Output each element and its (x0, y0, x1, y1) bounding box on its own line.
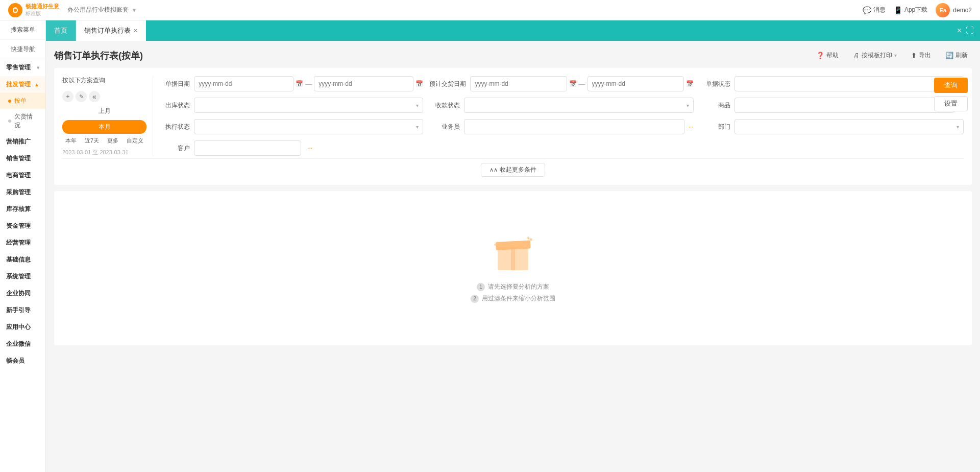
tab-sales-exec[interactable]: 销售订单执行表 × (76, 20, 146, 41)
hint-num-2: 2 (471, 295, 479, 303)
svg-point-4 (530, 239, 532, 241)
empty-hint-1: 1 请先选择要分析的方案 (477, 282, 549, 291)
filter-row-2: 出库状态 ▾ 收款状态 (159, 98, 964, 113)
scheme-btn-更多[interactable]: 更多 (104, 136, 121, 146)
query-button[interactable]: 查询 (934, 78, 968, 93)
sidebar-item-search[interactable]: 搜索菜单 (0, 20, 45, 40)
tab-close-icon[interactable]: × (134, 27, 137, 34)
exec-status-select[interactable]: ▾ (194, 119, 423, 134)
tab-window-close-btn[interactable]: × (957, 26, 962, 35)
scheme-btn-上月[interactable]: 上月 (62, 104, 146, 118)
sidebar-item-ecommerce[interactable]: 电商管理 (0, 167, 45, 184)
sidebar-item-ops[interactable]: 经营管理 (0, 234, 45, 251)
sidebar-newbie-label: 新手引导 (6, 306, 31, 315)
sidebar-basics-label: 基础信息 (6, 255, 31, 264)
salesperson-input[interactable] (464, 119, 684, 134)
filter-field-payment-status: 收款状态 ▾ (429, 98, 693, 113)
sidebar-item-purchase[interactable]: 采购管理 (0, 184, 45, 201)
help-button[interactable]: ❓ 帮助 (812, 49, 843, 62)
sidebar-item-basics[interactable]: 基础信息 (0, 251, 45, 268)
active-dot (8, 100, 11, 103)
sidebar-sub-item-欠货情况[interactable]: 欠货情况 (0, 109, 45, 133)
expected-cal-to: 📅 (686, 80, 694, 87)
dept-label: 部门 (700, 123, 730, 131)
inactive-dot (8, 120, 11, 123)
sidebar-item-finance[interactable]: 资金管理 (0, 218, 45, 234)
user-area[interactable]: Ea demo2 (936, 3, 972, 17)
sidebar-item-system[interactable]: 系统管理 (0, 268, 45, 285)
tab-bar: 首页 销售订单执行表 × × ⛶ (46, 20, 980, 41)
scheme-actions: + ✎ « (62, 91, 146, 102)
app-download-button[interactable]: 📱 App下载 (894, 6, 927, 14)
page-content: 销售订单执行表(按单) ❓ 帮助 🖨 按模板打印 ▾ ⬆ (46, 41, 980, 353)
customer-input[interactable] (194, 140, 301, 156)
print-dropdown-icon: ▾ (894, 53, 897, 58)
sidebar-sub-欠货: 欠货情况 (14, 112, 37, 130)
page-actions: ❓ 帮助 🖨 按模板打印 ▾ ⬆ 导出 🔄 (812, 49, 972, 62)
payment-status-select[interactable]: ▾ (464, 98, 693, 113)
sidebar-item-quicknav[interactable]: 快捷导航 (0, 40, 45, 59)
scheme-btn-自定义[interactable]: 自定义 (124, 136, 146, 146)
customer-more-icon[interactable]: ··· (307, 145, 312, 152)
sidebar-item-corp-wx[interactable]: 企业微信 (0, 336, 45, 352)
out-status-select[interactable]: ▾ (194, 98, 423, 113)
salesperson-more-icon[interactable]: ··· (689, 123, 694, 130)
exec-status-arrow: ▾ (416, 124, 419, 130)
sidebar-inventory-label: 库存核算 (6, 205, 31, 214)
expected-date-from[interactable] (470, 76, 567, 91)
date-from-input[interactable] (194, 76, 293, 91)
collapse-more-area: ∧∧ 收起更多条件 (62, 158, 964, 177)
add-scheme-btn[interactable]: + (62, 91, 74, 102)
goods-label: 商品 (700, 101, 730, 110)
goods-input[interactable] (734, 98, 954, 113)
sidebar-item-newbie[interactable]: 新手引导 (0, 302, 45, 319)
customer-label: 客户 (159, 144, 190, 153)
sidebar-item-sales[interactable]: 销售管理 (0, 150, 45, 167)
scheme-btn-近7天[interactable]: 近7天 (82, 136, 102, 146)
sidebar-ops-label: 经营管理 (6, 239, 31, 247)
status-select[interactable]: ▾ (734, 76, 964, 91)
edit-scheme-btn[interactable]: ✎ (76, 91, 87, 102)
export-button[interactable]: ⬆ 导出 (907, 49, 935, 62)
filter-field-goods: 商品 ··· (700, 98, 964, 113)
sidebar-system-label: 系统管理 (6, 272, 31, 281)
collapse-more-btn[interactable]: ∧∧ 收起更多条件 (481, 163, 545, 177)
sidebar-search-label: 搜索菜单 (11, 26, 35, 34)
sidebar-item-marketing[interactable]: 营销推广 (0, 133, 45, 150)
sidebar-marketing-label: 营销推广 (6, 137, 31, 146)
avatar: Ea (936, 3, 950, 17)
page-title: 销售订单执行表(按单) (54, 50, 143, 62)
settings-button[interactable]: 设置 (934, 96, 968, 111)
sidebar-item-corp[interactable]: 企业协同 (0, 285, 45, 302)
sidebar-item-apps[interactable]: 应用中心 (0, 319, 45, 336)
sidebar-item-retail[interactable]: 零售管理 ▾ (0, 59, 45, 76)
dept-select[interactable]: ▾ (734, 119, 964, 134)
exec-status-label: 执行状态 (159, 123, 190, 131)
sidebar-sub-item-按单[interactable]: 按单 (0, 93, 45, 109)
scheme-btn-本年[interactable]: 本年 (62, 136, 80, 146)
sidebar-item-member[interactable]: 畅会员 (0, 352, 45, 369)
sidebar-quicknav-label: 快捷导航 (11, 45, 35, 54)
sidebar-item-wholesale[interactable]: 批发管理 ▲ (0, 76, 45, 93)
salesperson-label: 业务员 (429, 123, 460, 131)
dropdown-icon[interactable]: ▾ (133, 7, 136, 14)
print-button[interactable]: 🖨 按模板打印 ▾ (849, 49, 901, 62)
collapse-scheme-btn[interactable]: « (89, 91, 100, 102)
filter-field-customer: 客户 ··· (159, 140, 312, 156)
empty-state: 1 请先选择要分析的方案 2 用过滤条件来缩小分析范围 (54, 191, 972, 345)
tab-home[interactable]: 首页 (46, 20, 76, 41)
expected-date-label: 预计交货日期 (429, 80, 466, 88)
expected-cal-from: 📅 (569, 80, 577, 87)
sidebar-sub-按单: 按单 (14, 97, 27, 105)
cal-icon-to: 📅 (415, 80, 423, 87)
tab-window-expand-btn[interactable]: ⛶ (966, 26, 974, 35)
sidebar-item-inventory[interactable]: 库存核算 (0, 201, 45, 218)
filter-row-1: 单据日期 📅 — 📅 (159, 76, 964, 91)
tab-spacer (146, 20, 951, 41)
date-to-input[interactable] (314, 76, 413, 91)
expected-date-to[interactable] (587, 76, 684, 91)
message-button[interactable]: 💬 消息 (863, 6, 886, 14)
scheme-btn-本月[interactable]: 本月 (62, 120, 146, 134)
help-icon: ❓ (816, 52, 824, 59)
refresh-button[interactable]: 🔄 刷新 (941, 49, 972, 62)
